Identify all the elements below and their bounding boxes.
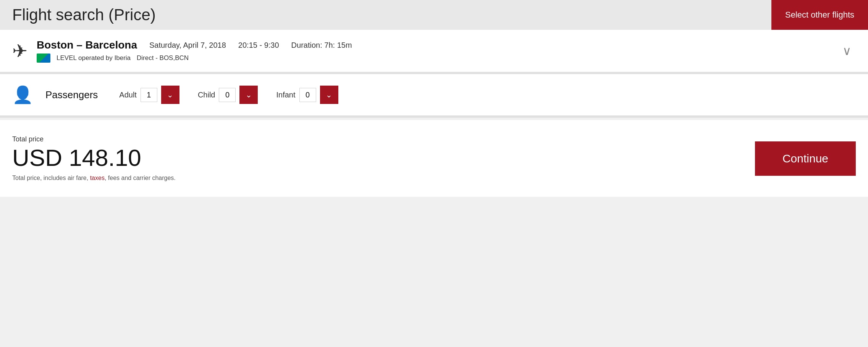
flight-details: Boston – Barcelona Saturday, April 7, 20… (37, 39, 352, 63)
child-count: 0 (219, 88, 236, 102)
infant-passenger-group: Infant 0 ⌄ (276, 86, 338, 104)
total-price-label: Total price (12, 135, 176, 143)
adult-count: 1 (141, 88, 157, 102)
child-dropdown-button[interactable]: ⌄ (239, 86, 258, 104)
passengers-section: 👤 Passengers Adult 1 ⌄ Child 0 ⌄ Infant … (0, 74, 868, 118)
passengers-label: Passengers (45, 89, 98, 101)
person-icon: 👤 (12, 85, 33, 105)
page-title: Flight search (Price) (12, 6, 156, 24)
select-other-flights-button[interactable]: Select other flights (771, 0, 868, 30)
infant-dropdown-button[interactable]: ⌄ (320, 86, 338, 104)
footnote-before: Total price, includes air fare, (12, 175, 90, 181)
flight-route: Boston – Barcelona (37, 39, 137, 51)
flight-sub-row: LEVEL operated by Iberia Direct - BOS,BC… (37, 54, 352, 63)
taxes-link[interactable]: taxes (90, 175, 105, 181)
infant-label: Infant (276, 91, 295, 99)
continue-button[interactable]: Continue (755, 141, 856, 176)
child-passenger-group: Child 0 ⌄ (198, 86, 258, 104)
flight-time: 20:15 - 9:30 (238, 41, 279, 50)
level-logo (37, 54, 50, 63)
price-section: Total price USD 148.10 Total price, incl… (0, 120, 868, 197)
footnote-after: , fees and carrier charges. (105, 175, 176, 181)
flight-left-content: ✈ Boston – Barcelona Saturday, April 7, … (12, 39, 352, 63)
flight-duration: Duration: 7h: 15m (291, 41, 352, 50)
flight-date: Saturday, April 7, 2018 (149, 41, 226, 50)
adult-label: Adult (119, 91, 137, 99)
plane-icon: ✈ (12, 40, 27, 62)
flight-route-code: Direct - BOS,BCN (137, 54, 189, 62)
flight-info-section: ✈ Boston – Barcelona Saturday, April 7, … (0, 30, 868, 74)
adult-dropdown-button[interactable]: ⌄ (161, 86, 179, 104)
child-label: Child (198, 91, 215, 99)
price-left: Total price USD 148.10 Total price, incl… (12, 135, 176, 182)
page-header: Flight search (Price) Select other fligh… (0, 0, 868, 30)
total-price-value: USD 148.10 (12, 145, 176, 171)
flight-main-row: Boston – Barcelona Saturday, April 7, 20… (37, 39, 352, 51)
flight-expand-chevron-icon[interactable]: ∨ (838, 41, 856, 61)
infant-count: 0 (299, 88, 316, 102)
flight-operator: LEVEL operated by Iberia (57, 54, 131, 62)
price-footnote: Total price, includes air fare, taxes, f… (12, 175, 176, 182)
adult-passenger-group: Adult 1 ⌄ (119, 86, 179, 104)
